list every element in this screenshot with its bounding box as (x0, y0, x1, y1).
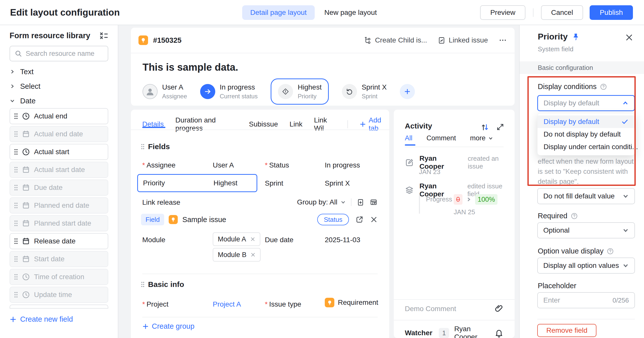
attachment-icon[interactable] (494, 304, 504, 313)
remove-tag-icon[interactable] (251, 252, 256, 257)
expand-icon[interactable] (496, 123, 505, 132)
activity-title: Activity (405, 122, 432, 130)
priority-field-selected[interactable]: Priority Highest (137, 174, 257, 192)
display-conditions-select[interactable]: Display by default (537, 95, 635, 111)
close-inspector-icon[interactable] (625, 33, 633, 42)
tab-link[interactable]: Link (290, 120, 302, 128)
sample-issue-title[interactable]: Sample issue (182, 216, 226, 224)
drag-handle-icon[interactable] (14, 166, 18, 173)
help-icon[interactable] (606, 247, 614, 255)
remove-link-icon[interactable] (370, 216, 378, 223)
linked-issue-button[interactable]: Linked issue (438, 36, 488, 44)
field-card-update-time[interactable]: Update time (10, 287, 108, 303)
group-text[interactable]: Text (10, 64, 108, 79)
status-pill[interactable]: Status (317, 214, 349, 225)
drag-handle-icon[interactable] (14, 238, 18, 245)
preview-button[interactable]: Preview (480, 5, 525, 20)
drag-handle-icon[interactable] (14, 148, 18, 155)
dropdown-option-do-not-display[interactable]: Do not display by default (538, 128, 635, 141)
drag-handle-icon[interactable] (14, 202, 18, 209)
drag-handle-icon[interactable] (14, 291, 18, 298)
copy-fields-icon[interactable] (356, 198, 365, 206)
field-card-time-of-creation[interactable]: Time of creation (10, 269, 108, 285)
comment-input[interactable]: Demo Comment (405, 305, 456, 313)
field-card-actual-start[interactable]: Actual start (10, 144, 108, 160)
option-value-display-select[interactable]: Display all option values (537, 258, 635, 274)
field-card-planned-end-date[interactable]: Planned end date (10, 197, 108, 214)
chip-value: Highest (298, 83, 321, 91)
due-date-value[interactable]: 2025-11-03 (325, 236, 360, 244)
sprint-value[interactable]: Sprint X (325, 179, 350, 187)
field-card-release-date[interactable]: Release date (10, 233, 108, 249)
drag-handle-icon[interactable] (14, 131, 18, 138)
issue-type-label: Issue type (265, 300, 301, 308)
basic-info-section-header[interactable]: Basic info (141, 280, 184, 289)
issue-type-value-wrap[interactable]: Requirement (325, 298, 378, 307)
group-date[interactable]: Date (10, 94, 108, 108)
open-in-new-icon[interactable] (355, 216, 364, 224)
required-value: Optional (543, 226, 569, 234)
create-group-button[interactable]: Create group (142, 322, 194, 330)
search-input[interactable] (26, 50, 115, 58)
table-config-icon[interactable] (370, 198, 378, 206)
tab-subissue[interactable]: Subissue (249, 120, 278, 128)
assignee-value[interactable]: User A (213, 161, 234, 169)
help-icon[interactable] (600, 83, 607, 91)
field-card-clipped[interactable] (10, 305, 108, 309)
activity-tab-all[interactable]: All (405, 134, 412, 142)
field-card-actual-start-date[interactable]: Actual start date (10, 162, 108, 178)
watcher-name[interactable]: Ryan Cooper (454, 325, 494, 338)
bell-icon[interactable] (494, 328, 504, 337)
create-child-issue-button[interactable]: Create Child is... (364, 36, 427, 44)
drag-handle-icon[interactable] (14, 220, 18, 227)
sprint-chip[interactable]: Sprint X Sprint (342, 83, 387, 100)
field-card-start-date[interactable]: Start date (10, 251, 108, 267)
group-select[interactable]: Select (10, 79, 108, 94)
group-by-dropdown[interactable]: Group by: All (297, 198, 346, 206)
field-card-due-date[interactable]: Due date (10, 180, 108, 196)
field-card-actual-end-date[interactable]: Actual end date (10, 126, 108, 142)
dropdown-option-display-under-conditions[interactable]: Display under certain conditi... (538, 141, 635, 153)
field-card-actual-end[interactable]: Actual end (10, 108, 108, 124)
chip-value: Sprint X (362, 83, 387, 91)
create-new-field-button[interactable]: Create new field (10, 315, 108, 323)
module-tag[interactable]: Module A (213, 232, 260, 246)
drag-handle-icon[interactable] (14, 256, 18, 263)
drag-handle-icon[interactable] (14, 273, 18, 280)
required-select[interactable]: Optional (537, 222, 635, 238)
add-field-chip-button[interactable] (400, 84, 415, 99)
fields-section-header[interactable]: Fields (141, 142, 170, 151)
current-status-chip[interactable]: In progress Current status (200, 83, 258, 100)
drag-handle-icon[interactable] (141, 143, 145, 150)
dropdown-option-display-by-default[interactable]: Display by default (538, 115, 635, 128)
module-tag[interactable]: Module B (213, 248, 261, 262)
activity-tab-comment[interactable]: Comment (426, 134, 456, 142)
collapse-panel-icon[interactable] (99, 31, 108, 40)
field-card-planned-start-date[interactable]: Planned start date (10, 215, 108, 231)
sort-order-icon[interactable] (480, 123, 489, 132)
placeholder-input[interactable] (543, 296, 610, 304)
assignee-chip[interactable]: User A Assignee (142, 83, 187, 100)
activity-tab-more[interactable]: more (470, 134, 493, 142)
priority-chip-selected[interactable]: Highest Priority (271, 78, 329, 105)
tab-detail-page-layout[interactable]: Detail page layout (242, 5, 315, 20)
chip-value: User A (162, 83, 187, 91)
cancel-button[interactable]: Cancel (541, 5, 583, 20)
pin-icon[interactable] (572, 33, 580, 41)
default-value-select[interactable]: Do not fill default value (537, 188, 635, 204)
chevron-right-icon (10, 83, 15, 89)
tabs-divider (347, 120, 348, 128)
tab-new-page-layout[interactable]: New page layout (324, 9, 377, 17)
drag-handle-icon[interactable] (141, 281, 145, 288)
help-icon[interactable] (570, 212, 578, 220)
drag-handle-icon[interactable] (14, 184, 18, 191)
issue-type-icon (169, 215, 178, 224)
more-icon[interactable] (498, 36, 507, 45)
status-value[interactable]: In progress (325, 161, 360, 169)
search-resource-box[interactable] (10, 46, 108, 61)
remove-tag-icon[interactable] (250, 237, 255, 242)
remove-field-button[interactable]: Remove field (537, 324, 596, 337)
drag-handle-icon[interactable] (14, 113, 18, 120)
publish-button[interactable]: Publish (590, 5, 633, 20)
project-value[interactable]: Project A (213, 300, 241, 308)
